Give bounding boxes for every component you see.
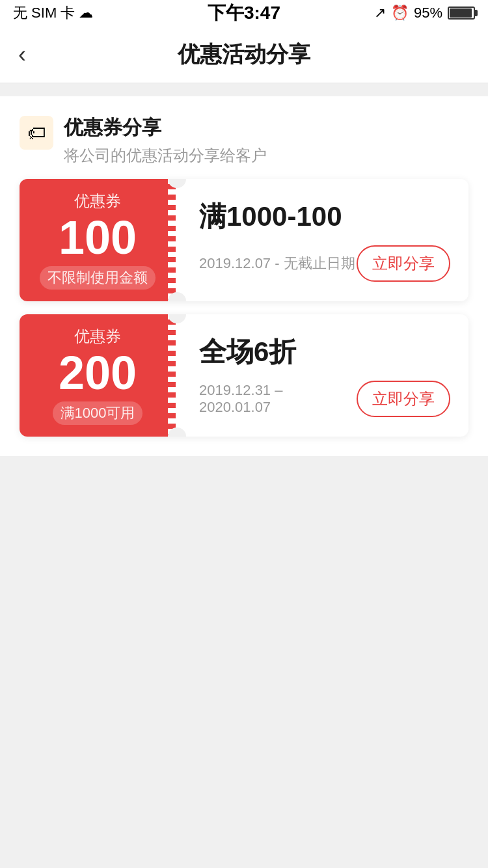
status-left: 无 SIM 卡 ☁ xyxy=(13,3,93,23)
coupon-card-2: 优惠券 200 满1000可用 全场6折 2019.12.31 – 2020.0… xyxy=(20,314,468,437)
battery-pct: 95% xyxy=(414,5,442,21)
coupon-date-1: 2019.12.07 - 无截止日期 xyxy=(199,254,355,273)
alarm-icon: ⏰ xyxy=(391,5,409,21)
page-title: 优惠活动分享 xyxy=(178,40,310,70)
coupon-condition-2: 满1000可用 xyxy=(53,401,143,425)
coupon-type-2: 优惠券 xyxy=(74,326,121,347)
section-header: 🏷 优惠券分享 将公司的优惠活动分享给客户 xyxy=(0,96,488,179)
section-subtitle: 将公司的优惠活动分享给客户 xyxy=(64,145,267,166)
coupon-left-1: 优惠券 100 不限制使用金额 xyxy=(20,179,176,301)
nav-bar: ‹ 优惠活动分享 xyxy=(0,26,488,83)
battery-icon xyxy=(448,7,475,20)
status-time: 下午3:47 xyxy=(208,1,280,25)
location-icon: ↗ xyxy=(374,5,386,21)
coupon-bottom-1: 2019.12.07 - 无截止日期 立即分享 xyxy=(199,245,450,282)
coupon-condition-1: 不限制使用金额 xyxy=(40,266,156,290)
coupon-right-2: 全场6折 2019.12.31 – 2020.01.07 立即分享 xyxy=(176,314,468,437)
coupon-date-2: 2019.12.31 – 2020.01.07 xyxy=(199,382,357,416)
share-button-1[interactable]: 立即分享 xyxy=(357,245,450,282)
coupon-right-1: 满1000-100 2019.12.07 - 无截止日期 立即分享 xyxy=(176,179,468,301)
coupon-type-1: 优惠券 xyxy=(74,191,121,211)
back-button[interactable]: ‹ xyxy=(18,41,26,68)
coupon-name-1: 满1000-100 xyxy=(199,198,450,235)
coupon-name-2: 全场6折 xyxy=(199,334,450,370)
share-button-2[interactable]: 立即分享 xyxy=(357,381,450,417)
top-divider xyxy=(0,83,488,96)
section-title: 优惠券分享 xyxy=(64,115,267,141)
coupon-left-2: 优惠券 200 满1000可用 xyxy=(20,314,176,437)
coupon-card-1: 优惠券 100 不限制使用金额 满1000-100 2019.12.07 - 无… xyxy=(20,179,468,301)
section-text: 优惠券分享 将公司的优惠活动分享给客户 xyxy=(64,115,267,166)
status-right: ↗ ⏰ 95% xyxy=(374,5,475,21)
status-bar: 无 SIM 卡 ☁ 下午3:47 ↗ ⏰ 95% xyxy=(0,0,488,26)
bottom-area xyxy=(0,456,488,847)
coupon-icon: 🏷 xyxy=(20,116,53,150)
coupon-amount-2: 200 xyxy=(59,349,137,396)
sim-label: 无 SIM 卡 ☁ xyxy=(13,3,93,23)
coupon-bottom-2: 2019.12.31 – 2020.01.07 立即分享 xyxy=(199,381,450,417)
coupon-amount-1: 100 xyxy=(59,214,137,261)
coupon-list: 优惠券 100 不限制使用金额 满1000-100 2019.12.07 - 无… xyxy=(0,179,488,456)
